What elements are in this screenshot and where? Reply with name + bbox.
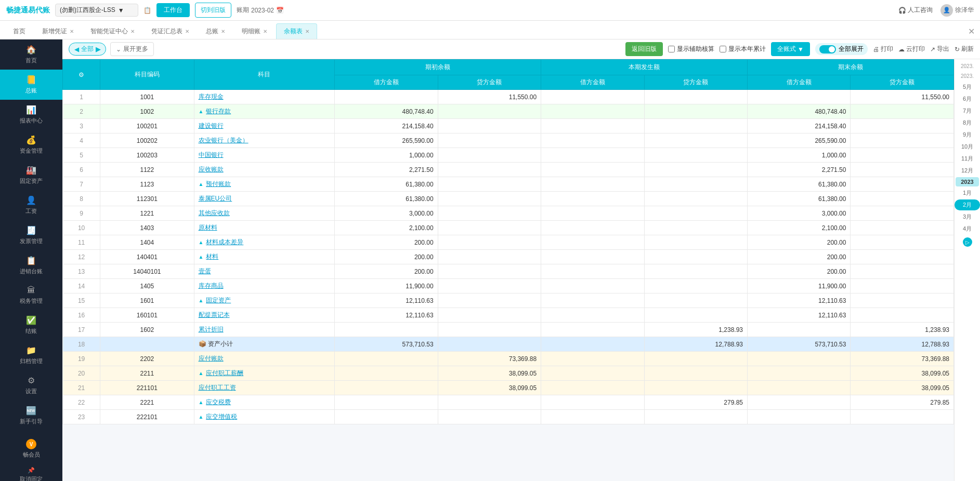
expand-arrow-icon[interactable]: ▲ xyxy=(199,109,205,114)
name-cell[interactable]: 中国银行 xyxy=(194,148,335,163)
name-cell[interactable]: 库存现金 xyxy=(194,90,335,104)
print-button[interactable]: 🖨 打印 xyxy=(873,45,893,54)
month-8[interactable]: 8月 xyxy=(955,117,980,128)
name-cell[interactable]: 配提票记本 xyxy=(194,308,335,323)
month-4[interactable]: 4月 xyxy=(955,223,980,234)
company-selector[interactable]: (勿删)江西股企-LSS ▼ xyxy=(55,4,138,17)
name-cell[interactable]: ▲ 预付账款 xyxy=(194,177,335,192)
show-auxiliary-checkbox[interactable]: 显示辅助核算 xyxy=(668,45,714,54)
account-name[interactable]: 库存商品 xyxy=(199,282,224,289)
settings-col-header[interactable]: ⚙ xyxy=(63,60,100,90)
refresh-button[interactable]: ↻ 刷新 xyxy=(955,45,974,54)
account-name[interactable]: 应付账款 xyxy=(199,355,224,362)
calendar-icon[interactable]: 📅 xyxy=(276,7,284,14)
name-cell[interactable]: 泰属EU公司 xyxy=(194,192,335,206)
show-ytd-checkbox[interactable]: 显示本年累计 xyxy=(720,45,766,54)
account-name[interactable]: 固定资产 xyxy=(206,297,231,304)
expand-arrow-icon[interactable]: ▲ xyxy=(199,370,205,376)
account-name[interactable]: 壹蛋 xyxy=(199,268,211,275)
name-cell[interactable]: ▲ 应交增值税 xyxy=(194,410,335,424)
copy-icon[interactable]: 📋 xyxy=(143,7,151,14)
account-name[interactable]: 材料成本差异 xyxy=(206,238,243,246)
name-cell[interactable]: 累计折旧 xyxy=(194,323,335,337)
workbench-button[interactable]: 工作台 xyxy=(156,3,190,17)
expand-arrow-icon[interactable]: ▲ xyxy=(199,298,205,303)
name-cell[interactable]: 应付账款 xyxy=(194,352,335,366)
month-7[interactable]: 7月 xyxy=(955,105,980,116)
name-cell[interactable]: ▲ 应付职工薪酬 xyxy=(194,366,335,381)
account-name[interactable]: 泰属EU公司 xyxy=(199,195,232,202)
sidebar-item-reports[interactable]: 📊 报表中心 xyxy=(0,100,62,130)
tab-close-voucher-summary[interactable]: ✕ xyxy=(185,29,189,34)
month-9[interactable]: 9月 xyxy=(955,129,980,140)
account-name[interactable]: 应付职工薪酬 xyxy=(206,369,243,377)
expand-arrow-icon[interactable]: ▲ xyxy=(199,239,205,245)
expand-arrow-icon[interactable]: ▲ xyxy=(199,414,205,420)
sidebar-item-settlement[interactable]: ✅ 结账 xyxy=(0,310,62,340)
sidebar-item-purchase-sale[interactable]: 📋 进销台账 xyxy=(0,250,62,280)
tab-close-smart-voucher[interactable]: ✕ xyxy=(130,29,135,34)
ytd-checkbox-input[interactable] xyxy=(720,46,726,52)
sidebar-item-home[interactable]: 🏠 首页 xyxy=(0,39,62,70)
name-cell[interactable]: 应收账款 xyxy=(194,163,335,177)
tab-close-balance[interactable]: ✕ xyxy=(305,29,309,34)
name-cell[interactable]: 农业银行（美金） xyxy=(194,133,335,148)
account-name[interactable]: 应付职工工资 xyxy=(199,384,236,391)
toggle-switch[interactable] xyxy=(819,45,836,54)
account-name[interactable]: 材料 xyxy=(206,253,218,260)
name-cell[interactable]: 库存商品 xyxy=(194,279,335,293)
name-cell[interactable]: ▲ 材料成本差异 xyxy=(194,235,335,250)
tab-close-detail[interactable]: ✕ xyxy=(263,29,267,34)
account-name[interactable]: 应收账款 xyxy=(199,166,224,173)
sidebar-item-fixed-assets[interactable]: 🏭 固定资产 xyxy=(0,160,62,190)
auxiliary-checkbox-input[interactable] xyxy=(668,46,675,52)
close-all-tabs-button[interactable]: ✕ xyxy=(968,26,975,39)
month-10[interactable]: 10月 xyxy=(955,141,980,152)
account-name[interactable]: 原材料 xyxy=(199,224,217,231)
month-5[interactable]: 5月 xyxy=(955,82,980,92)
expand-more-button[interactable]: ⌄ 展开更多 xyxy=(110,42,154,56)
sidebar-item-ledger[interactable]: 📒 总账 xyxy=(0,70,62,100)
consult-button[interactable]: 🎧 人工咨询 xyxy=(898,6,933,15)
name-cell[interactable]: ▲ 应交税费 xyxy=(194,395,335,410)
tab-detail[interactable]: 明细账 ✕ xyxy=(234,23,275,39)
user-info[interactable]: 👤 徐泽华 xyxy=(940,4,974,17)
filter-all-button[interactable]: ◀ 全部 ▶ xyxy=(69,43,106,56)
account-name[interactable]: 银行存款 xyxy=(206,108,231,115)
tab-smart-voucher[interactable]: 智能凭证中心 ✕ xyxy=(83,23,142,39)
month-3[interactable]: 3月 xyxy=(955,211,980,222)
tab-voucher-summary[interactable]: 凭证汇总表 ✕ xyxy=(143,23,197,39)
table-container[interactable]: ⚙ 科目编码 科目 期初余额 本期发生额 期末余额 借方金额 贷方金额 借方金额 xyxy=(62,59,954,481)
sidebar-item-guide[interactable]: 🆕 新手引导 xyxy=(0,400,62,431)
sidebar-item-tax[interactable]: 🏛 税务管理 xyxy=(0,280,62,310)
account-name[interactable]: 中国银行 xyxy=(199,151,224,158)
sidebar-item-archive[interactable]: 📁 归档管理 xyxy=(0,340,62,370)
sidebar-item-settings[interactable]: ⚙ 设置 xyxy=(0,370,62,400)
expand-arrow-icon[interactable]: ▲ xyxy=(199,254,205,260)
name-cell[interactable]: 其他应收款 xyxy=(194,206,335,221)
expand-right-panel-button[interactable]: ▷ xyxy=(963,237,972,247)
name-cell[interactable]: 应付职工工资 xyxy=(194,381,335,395)
name-cell[interactable]: 壹蛋 xyxy=(194,264,335,279)
account-name[interactable]: 应交税费 xyxy=(206,398,231,406)
expand-arrow-icon[interactable]: ▲ xyxy=(199,181,205,187)
expand-all-toggle[interactable]: 全部展开 xyxy=(815,43,868,55)
tab-ledger[interactable]: 总账 ✕ xyxy=(198,23,233,39)
month-2-active[interactable]: 2月 xyxy=(955,199,980,210)
tab-close-new-voucher[interactable]: ✕ xyxy=(70,29,74,34)
format-button[interactable]: 全账式 ▼ xyxy=(771,42,810,56)
unpin-fixed-button[interactable]: 📌 取消固定 xyxy=(3,464,60,481)
name-cell[interactable]: ▲ 银行存款 xyxy=(194,104,335,119)
name-cell[interactable]: 原材料 xyxy=(194,221,335,235)
cloud-print-button[interactable]: ☁ 云打印 xyxy=(898,45,925,54)
account-name[interactable]: 建设银行 xyxy=(199,122,224,129)
account-name[interactable]: 其他应收款 xyxy=(199,209,230,217)
export-button[interactable]: ↗ 导出 xyxy=(930,45,949,54)
month-1[interactable]: 1月 xyxy=(955,188,980,198)
name-cell[interactable]: 建设银行 xyxy=(194,119,335,133)
name-cell[interactable]: ▲ 固定资产 xyxy=(194,293,335,308)
account-name[interactable]: 应交增值税 xyxy=(206,413,237,420)
month-11[interactable]: 11月 xyxy=(955,153,980,164)
tab-home[interactable]: 首页 xyxy=(5,23,33,39)
account-name[interactable]: 农业银行（美金） xyxy=(199,137,249,144)
